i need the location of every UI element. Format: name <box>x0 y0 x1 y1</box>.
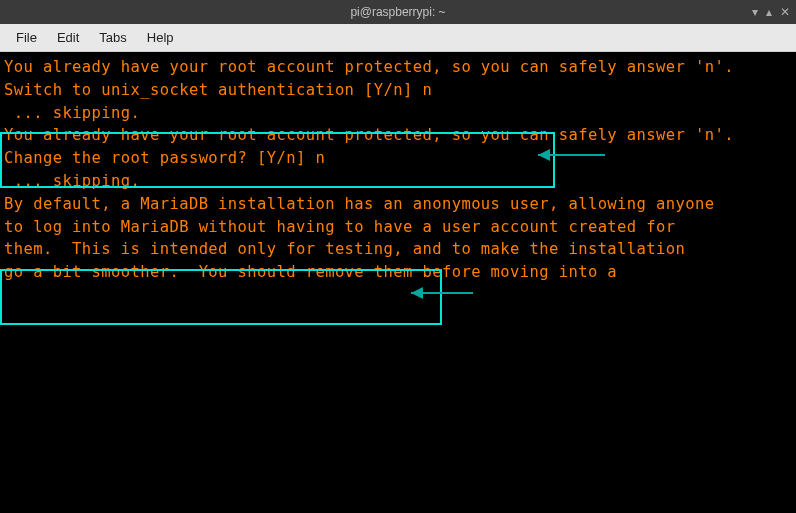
menu-help[interactable]: Help <box>139 28 182 47</box>
terminal-line: go a bit smoother. You should remove the… <box>4 261 792 284</box>
minimize-icon[interactable]: ▾ <box>752 6 758 18</box>
terminal-line: ... skipping. <box>4 102 792 125</box>
window-title: pi@raspberrypi: ~ <box>350 5 445 19</box>
terminal-line: ... skipping. <box>4 170 792 193</box>
window-controls: ▾ ▴ ✕ <box>752 6 790 18</box>
annotation-arrow-icon <box>403 283 483 303</box>
terminal-area[interactable]: You already have your root account prote… <box>0 52 796 513</box>
menu-tabs[interactable]: Tabs <box>91 28 134 47</box>
terminal-line: them. This is intended only for testing,… <box>4 238 792 261</box>
window-titlebar: pi@raspberrypi: ~ ▾ ▴ ✕ <box>0 0 796 24</box>
terminal-line: You already have your root account prote… <box>4 56 792 79</box>
close-icon[interactable]: ✕ <box>780 6 790 18</box>
terminal-line: Switch to unix_socket authentication [Y/… <box>4 79 792 102</box>
terminal-line: You already have your root account prote… <box>4 124 792 147</box>
menubar: File Edit Tabs Help <box>0 24 796 52</box>
terminal-line: to log into MariaDB without having to ha… <box>4 216 792 239</box>
terminal-line: Change the root password? [Y/n] n <box>4 147 792 170</box>
maximize-icon[interactable]: ▴ <box>766 6 772 18</box>
terminal-line: By default, a MariaDB installation has a… <box>4 193 792 216</box>
menu-edit[interactable]: Edit <box>49 28 87 47</box>
menu-file[interactable]: File <box>8 28 45 47</box>
